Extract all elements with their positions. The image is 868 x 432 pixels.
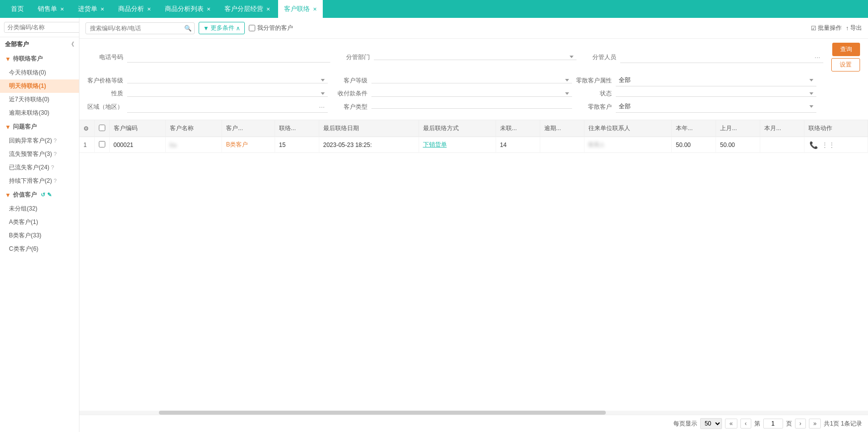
page-number-input[interactable] (763, 419, 783, 429)
sidebar-item-class-a[interactable]: A类客户(1) (0, 216, 79, 229)
select-all-checkbox[interactable] (99, 125, 105, 131)
help-icon-3: ? (54, 178, 57, 184)
batch-operation-button[interactable]: ☑ 批量操作 (811, 24, 842, 32)
level-chevron-icon (565, 79, 569, 81)
filter-level-select[interactable] (371, 77, 572, 83)
filter-customer-type-label: 客户类型 (332, 103, 371, 111)
action-phone-icon[interactable]: 📞 (809, 141, 818, 149)
filter-region-field: 区域（地区） ··· (87, 101, 328, 113)
filter-person-field: 分管人员 ··· (580, 52, 823, 63)
filter-region-select[interactable]: ··· (127, 101, 328, 113)
filter-dept-select[interactable] (374, 54, 577, 60)
first-page-button[interactable]: « (725, 419, 737, 429)
sidebar-item-churn-warning[interactable]: 流失预警客户(3) ? (0, 147, 79, 161)
col-checkbox[interactable] (94, 120, 109, 137)
col-last-date: 最后联络日期 (319, 120, 419, 137)
nav-product-analysis-list[interactable]: 商品分析列表 ✕ (159, 0, 217, 18)
sidebar-item-overdue-pending[interactable]: 逾期未联络(30) (0, 106, 79, 120)
search-input[interactable] (85, 22, 195, 34)
status-chevron-icon (809, 92, 813, 95)
col-last-method: 最后联络方式 (419, 120, 496, 137)
filter-actions: 查询 设置 (827, 43, 860, 72)
nature-chevron-icon (321, 92, 325, 95)
last-page-button[interactable]: » (809, 419, 821, 429)
filter-payment-field: 收付款条件 (332, 89, 572, 98)
filter-customer-type-field: 客户类型 (332, 103, 572, 111)
cell-type: B类客户 (222, 137, 275, 153)
filter-retail-attr-field: 零散客户属性 全部 (576, 74, 816, 86)
nav-product-list-close[interactable]: ✕ (207, 6, 211, 12)
nav-product-analysis[interactable]: 商品分析 ✕ (112, 0, 157, 18)
cell-last-method[interactable]: 下销货单 (419, 137, 496, 153)
search-icon[interactable]: 🔍 (184, 25, 192, 32)
nav-sales-close[interactable]: ✕ (60, 6, 64, 12)
col-gear[interactable]: ⚙ (79, 120, 94, 137)
cell-checkbox[interactable] (94, 137, 109, 153)
cell-last-month: 50.00 (716, 137, 760, 153)
prev-page-button[interactable]: ‹ (740, 419, 751, 429)
nav-home[interactable]: 首页 (5, 0, 30, 18)
col-overdue: 逾期... (540, 120, 584, 137)
sidebar-all-customers[interactable]: 全部客户 《 (0, 37, 79, 52)
sidebar-item-ungrouped[interactable]: 未分组(32) (0, 202, 79, 216)
col-customer-code: 客户编码 (109, 120, 165, 137)
last-method-link[interactable]: 下销货单 (423, 141, 447, 148)
filter-price-label: 客户价格等级 (87, 76, 127, 85)
query-button[interactable]: 查询 (832, 43, 860, 56)
filter-phone-field: 电话号码 (87, 52, 330, 63)
scrollbar-thumb[interactable] (159, 411, 606, 415)
filter-price-select[interactable] (127, 77, 328, 83)
search-bar-right: ☑ 批量操作 ↑ 导出 (811, 24, 862, 32)
row-checkbox[interactable] (99, 141, 105, 147)
nav-sales[interactable]: 销售单 ✕ (32, 0, 70, 18)
sidebar-item-today-pending[interactable]: 今天待联络(0) (0, 66, 79, 79)
refresh-icon[interactable]: ↺ (41, 192, 45, 198)
sidebar-item-tomorrow-pending[interactable]: 明天待联络(1) (0, 79, 79, 93)
next-page-button[interactable]: › (795, 419, 806, 429)
per-page-select[interactable]: 50 (700, 418, 722, 429)
nav-customer-contact-close[interactable]: ✕ (313, 6, 317, 12)
filter-nature-select[interactable] (127, 91, 328, 97)
filter-retail-customer-select[interactable]: 全部 (616, 101, 816, 113)
more-filter-button[interactable]: ▼ 更多条件 ∧ (199, 22, 245, 34)
filter-customer-type-select[interactable] (371, 105, 572, 109)
data-table-wrap: ⚙ 客户编码 客户名称 客户... 联络... (79, 120, 868, 411)
filter-retail-attr-select[interactable]: 全部 (616, 74, 816, 86)
sidebar-item-churned[interactable]: 已流失客户(24) ? (0, 161, 79, 174)
sidebar-item-declining[interactable]: 持续下滑客户(2) ? (0, 174, 79, 188)
filter-row-4: 区域（地区） ··· 客户类型 零散客户 全部 (87, 101, 860, 113)
set-button[interactable]: 设置 (831, 58, 860, 72)
action-more-icon[interactable]: ⋮⋮ (821, 141, 835, 149)
col-customer-type: 客户... (222, 120, 275, 137)
person-more-icon[interactable]: ··· (814, 53, 820, 61)
nav-customer-layering[interactable]: 客户分层经营 ✕ (218, 0, 276, 18)
sidebar-item-class-b[interactable]: B类客户(33) (0, 229, 79, 242)
my-customers-checkbox[interactable] (249, 25, 255, 31)
filter-payment-select[interactable] (371, 91, 572, 97)
sidebar-item-7days-pending[interactable]: 近7天待联络(0) (0, 93, 79, 106)
filter-payment-label: 收付款条件 (332, 89, 371, 98)
nav-purchase[interactable]: 进货单 ✕ (72, 0, 110, 18)
sidebar-search-input[interactable] (4, 22, 79, 33)
sidebar-item-class-c[interactable]: C类客户(6) (0, 242, 79, 256)
filter-person-label: 分管人员 (580, 53, 620, 62)
filter-person-select[interactable]: ··· (620, 52, 823, 63)
cell-uncontacted: 14 (496, 137, 540, 153)
per-page-label: 每页显示 (673, 420, 697, 428)
filter-phone-input[interactable] (127, 52, 330, 63)
region-more-icon[interactable]: ··· (319, 103, 325, 111)
nav-customer-contact[interactable]: 客户联络 ✕ (278, 0, 323, 18)
sidebar-collapse-icon: 《 (69, 41, 74, 48)
nav-purchase-close[interactable]: ✕ (100, 6, 104, 12)
export-button[interactable]: ↑ 导出 (846, 24, 862, 32)
dept-chevron-icon (570, 56, 574, 58)
nav-product-analysis-close[interactable]: ✕ (147, 6, 151, 12)
edit-icon[interactable]: ✎ (47, 192, 52, 198)
filter-status-select[interactable] (616, 91, 816, 97)
horizontal-scrollbar[interactable] (79, 411, 868, 415)
sidebar-item-repurchase-abnormal[interactable]: 回购异常客户(2) ? (0, 134, 79, 147)
sidebar: 🔍 全部客户 《 ▼ 待联络客户 今天待联络(0) 明天待联络(1) 近7天待联… (0, 18, 79, 432)
nav-customer-layering-close[interactable]: ✕ (266, 6, 270, 12)
export-icon: ↑ (846, 25, 849, 32)
filter-phone-label: 电话号码 (87, 53, 127, 62)
